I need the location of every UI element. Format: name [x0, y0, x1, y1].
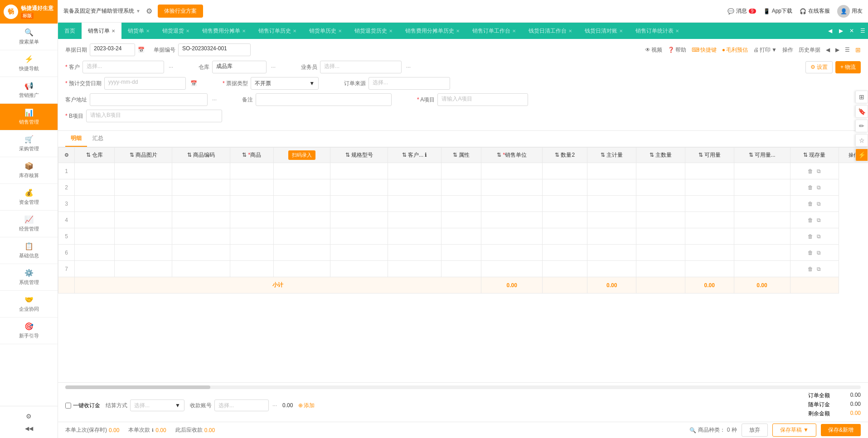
sidebar-item-operations[interactable]: 📈 经营管理 [0, 211, 58, 237]
discard-btn[interactable]: 放弃 [742, 424, 768, 437]
calendar-icon[interactable]: 📅 [138, 47, 145, 53]
row-copy-btn[interactable]: ⧉ [816, 249, 822, 257]
topbar-gear-icon[interactable]: ⚙ [146, 7, 152, 15]
save-new-btn[interactable]: 保存&新增 [821, 424, 861, 436]
row-copy-btn[interactable]: ⧉ [816, 216, 822, 224]
sidebar-item-marketing[interactable]: 📢 营销推广 [0, 77, 58, 104]
page-next-icon[interactable]: ▶ [835, 47, 839, 53]
invoice-select[interactable]: 不开票 ▼ [251, 77, 319, 90]
help-btn[interactable]: ❓ 帮助 [668, 46, 686, 54]
sidebar-item-search[interactable]: 🔍 搜索菜单 [0, 24, 58, 50]
right-panel-btn-3[interactable]: ✏ [855, 120, 868, 132]
sidebar-item-purchase[interactable]: 🛒 采购管理 [0, 130, 58, 157]
history-btn[interactable]: 历史单据 [799, 46, 820, 54]
table-wrapper[interactable]: ⚙ ⇅ 仓库 ⇅ 商品图片 ⇅ 商品编码 [58, 147, 868, 382]
print-btn[interactable]: 🖨 打印 ▼ [753, 46, 777, 54]
close-tab-ow-icon[interactable]: ✕ [512, 29, 516, 34]
account-more-icon[interactable]: ··· [272, 402, 277, 409]
add-logistics-btn[interactable]: + 物流 [835, 61, 861, 73]
row-copy-btn[interactable]: ⧉ [816, 200, 822, 208]
close-tab-ih-icon[interactable]: ✕ [338, 29, 342, 34]
date-input[interactable]: 2023-03-24 [90, 43, 135, 56]
sidebar-item-guide[interactable]: 🎯 新手引导 [0, 318, 58, 344]
fullscreen-icon[interactable]: ⊞ [855, 46, 861, 53]
payment-method-select[interactable]: 选择... ▼ [130, 399, 184, 411]
close-tab-eh-icon[interactable]: ✕ [456, 29, 460, 34]
app-download-item[interactable]: 📱 App下载 [763, 7, 792, 15]
a-project-input[interactable]: 请输入A项目 [437, 93, 528, 106]
page-prev-icon[interactable]: ◀ [826, 47, 830, 53]
sidebar-item-inventory[interactable]: 📦 库存核算 [0, 157, 58, 184]
right-panel-btn-5[interactable]: ⚡ [855, 149, 868, 161]
one-click-checkbox-input[interactable] [65, 403, 71, 409]
sidebar-item-finance[interactable]: 💰 资金管理 [0, 184, 58, 211]
row-copy-btn[interactable]: ⧉ [816, 265, 822, 273]
tab-order-workbench[interactable]: 销售订单工作台 ✕ [466, 23, 522, 39]
user-avatar[interactable]: 👤 用友 [837, 5, 863, 18]
warehouse-input[interactable]: 成品库 [212, 61, 267, 73]
remark-input[interactable] [256, 93, 392, 106]
row-delete-btn[interactable]: 🗑 [807, 200, 814, 208]
one-click-order-checkbox[interactable]: 一键收订金 [65, 402, 100, 409]
delivery-calendar-icon[interactable]: 📅 [190, 80, 197, 87]
tab-sales-return[interactable]: 销货退货 ✕ [156, 23, 196, 39]
customer-input[interactable]: 选择... [82, 61, 164, 73]
row-delete-btn[interactable]: 🗑 [807, 265, 814, 273]
view-btn[interactable]: 👁 视频 [645, 46, 662, 54]
close-tab-expense-icon[interactable]: ✕ [242, 29, 246, 34]
salesperson-input[interactable]: 选择... [320, 61, 402, 73]
address-input[interactable] [90, 93, 208, 106]
row-delete-btn[interactable]: 🗑 [807, 167, 814, 175]
account-select[interactable]: 选择... [214, 399, 269, 411]
tab-sales-order-history[interactable]: 销售订单历史 ✕ [252, 23, 303, 39]
row-delete-btn[interactable]: 🗑 [807, 232, 814, 241]
close-tab-sales-order-icon[interactable]: ✕ [112, 29, 115, 34]
sidebar-collapse-btn[interactable]: ◀◀ [0, 423, 58, 434]
solution-btn[interactable]: 体验行业方案 [158, 5, 203, 18]
shortcut-btn[interactable]: ⌨ 快捷键 [692, 46, 717, 54]
order-number-input[interactable]: SO-20230324-001 [178, 43, 251, 56]
tab-sales-expense[interactable]: 销售费用分摊单 ✕ [196, 23, 252, 39]
tab-sales-order[interactable]: 销售订单 ✕ [82, 23, 121, 39]
tab-sales-invoice[interactable]: 销货单 ✕ [121, 23, 156, 39]
row-delete-btn[interactable]: 🗑 [807, 249, 814, 257]
profit-btn[interactable]: ● 毛利预估 [722, 46, 748, 54]
messages-item[interactable]: 💬 消息 9 [727, 7, 756, 15]
sidebar-item-quicknav[interactable]: ⚡ 快捷导航 [0, 50, 58, 77]
row-delete-btn[interactable]: 🗑 [807, 216, 814, 224]
scan-btn[interactable]: 扫码录入 [288, 150, 315, 160]
col-settings[interactable]: ⚙ [58, 148, 75, 163]
tab-summary[interactable]: 汇总 [87, 131, 109, 147]
operation-btn[interactable]: 操作 [782, 46, 793, 54]
tab-detail[interactable]: 明细 [65, 131, 87, 147]
sidebar-settings[interactable]: ⚙ [0, 410, 58, 423]
address-more-icon[interactable]: ··· [212, 96, 217, 103]
tab-menu-btn[interactable]: ☰ [857, 23, 868, 39]
tab-close-all-btn[interactable]: ✕ [846, 23, 857, 39]
right-panel-btn-2[interactable]: 🔖 [855, 105, 868, 118]
tab-expense-history[interactable]: 销售费用分摊单历史 ✕ [399, 23, 466, 39]
close-tab-rh-icon[interactable]: ✕ [389, 29, 393, 34]
b-project-input[interactable]: 请输入B项目 [86, 110, 222, 122]
row-copy-btn[interactable]: ⧉ [816, 232, 822, 241]
tab-daily-workbench[interactable]: 钱货日清工作台 ✕ [522, 23, 578, 39]
tab-return-history[interactable]: 销货退货历史 ✕ [348, 23, 399, 39]
online-service-item[interactable]: 🎧 在线客服 [800, 7, 830, 15]
save-draft-btn[interactable]: 保存草稿 ▼ [772, 424, 816, 437]
row-copy-btn[interactable]: ⧉ [816, 183, 822, 192]
sidebar-item-enterprise[interactable]: 🤝 企业协同 [0, 291, 58, 318]
sidebar-item-sales[interactable]: 📊 销售管理 [0, 104, 58, 130]
right-panel-btn-4[interactable]: ☆ [855, 134, 868, 147]
delivery-input[interactable]: yyyy-mm-dd [104, 77, 186, 90]
tab-order-stats[interactable]: 销售订单统计表 ✕ [629, 23, 685, 39]
warehouse-more-icon[interactable]: ··· [271, 64, 276, 70]
tab-invoice-history[interactable]: 销货单历史 ✕ [303, 23, 348, 39]
close-tab-icon[interactable]: ✕ [186, 29, 189, 34]
order-source-input[interactable]: 选择... [369, 77, 450, 90]
sidebar-item-basicinfo[interactable]: 📋 基础信息 [0, 237, 58, 264]
sidebar-item-system[interactable]: ⚙️ 系统管理 [0, 264, 58, 291]
close-tab-dr-icon[interactable]: ✕ [619, 29, 623, 34]
add-payment-btn[interactable]: ⊕ 添加 [298, 402, 315, 409]
scroll-track[interactable] [65, 385, 861, 389]
customer-more-icon[interactable]: ··· [169, 64, 173, 70]
